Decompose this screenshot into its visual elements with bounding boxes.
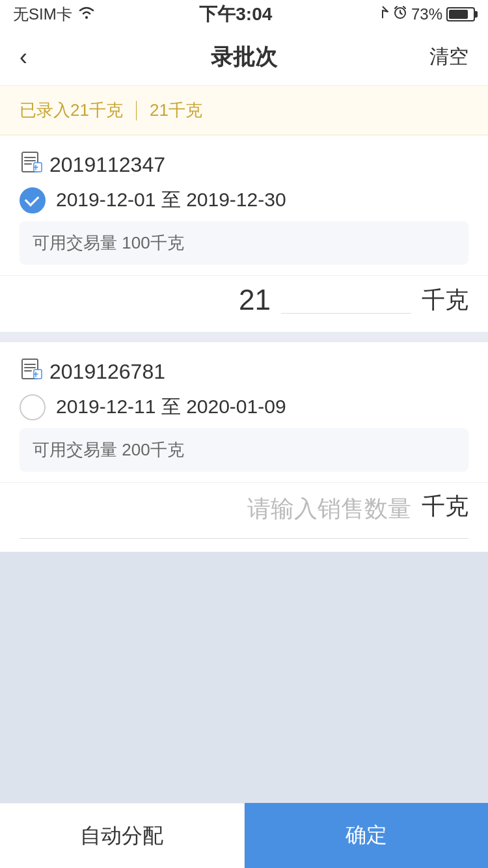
battery-icon [446,7,475,21]
batch-available-2: 可用交易量 200千克 [20,428,468,472]
batch-id-2: 2019126781 [49,360,165,384]
status-right: 73% [376,5,475,23]
batch-card-1: 2019112347 2019-12-01 至 2019-12-30 可用交易量… [0,135,488,332]
batch-separator [0,332,488,342]
back-button[interactable]: ‹ [20,44,59,71]
clear-button[interactable]: 清空 [429,44,468,70]
amount-section-1: 21 千克 [0,275,488,332]
batch-id-1: 2019112347 [49,153,165,177]
summary-banner: 已录入21千克 21千克 [0,86,488,135]
batch-date-row-1: 2019-12-01 至 2019-12-30 [0,187,488,221]
confirm-button[interactable]: 确定 [245,803,489,868]
status-bar: 无SIM卡 下午3:04 73% [0,0,488,29]
bottom-bar: 自动分配 确定 [0,803,488,868]
alarm-icon [393,5,407,23]
auto-distribute-button[interactable]: 自动分配 [0,803,245,868]
status-left: 无SIM卡 [13,4,96,25]
summary-value: 21千克 [150,99,202,122]
page-content: 已录入21千克 21千克 2019112347 2019-12-01 至 201… [0,86,488,812]
amount-underline-1 [281,313,411,314]
svg-point-0 [85,16,88,19]
batch-radio-2[interactable] [20,394,46,420]
entered-label: 已录入21千克 [20,99,123,122]
summary-divider [136,101,137,120]
sales-quantity-input-2[interactable] [20,495,411,522]
page-title: 录批次 [211,42,277,72]
batch-header-2: 2019126781 [0,342,488,394]
batch-doc-icon-2 [20,358,43,386]
batch-date-row-2: 2019-12-11 至 2020-01-09 [0,394,488,428]
batch-card-2: 2019126781 2019-12-11 至 2020-01-09 可用交易量… [0,342,488,552]
batch-radio-1[interactable] [20,187,46,213]
carrier-label: 无SIM卡 [13,4,72,25]
batch-date-1: 2019-12-01 至 2019-12-30 [56,187,286,213]
time-display: 下午3:04 [199,2,272,27]
input-wrapper-1: 21 千克 [20,284,468,319]
location-icon [376,5,389,23]
batch-available-1: 可用交易量 100千克 [20,221,468,265]
amount-unit-2: 千克 [422,491,468,522]
amount-section-2: 千克 [0,482,488,538]
batch-doc-icon-1 [20,151,43,179]
batch-date-2: 2019-12-11 至 2020-01-09 [56,394,286,420]
batch-header-1: 2019112347 [0,135,488,187]
amount-value-1: 21 [219,284,271,316]
wifi-icon [77,5,96,23]
battery-percentage: 73% [411,5,442,23]
gray-area [0,552,488,812]
amount-unit-1: 千克 [422,284,468,316]
nav-bar: ‹ 录批次 清空 [0,29,488,86]
input-wrapper-2: 千克 [20,491,468,525]
